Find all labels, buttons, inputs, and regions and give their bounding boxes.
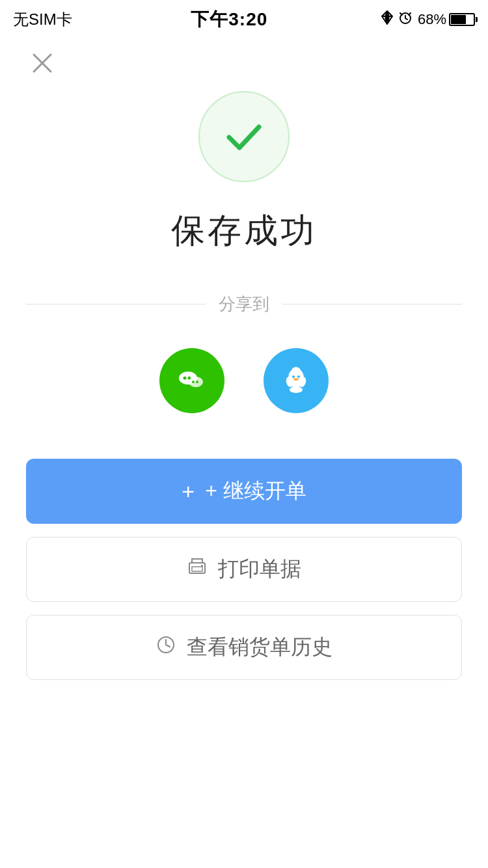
history-button[interactable]: 查看销货单历史: [26, 615, 462, 680]
share-qq-button[interactable]: [264, 348, 329, 413]
main-content: 保存成功 分享到: [0, 39, 488, 680]
svg-point-8: [192, 381, 195, 383]
svg-point-9: [196, 381, 198, 383]
continue-label: + 继续开单: [205, 477, 306, 506]
svg-point-14: [293, 378, 299, 381]
battery-text: 68%: [418, 11, 446, 28]
battery-indicator: 68%: [418, 11, 475, 28]
close-button[interactable]: [26, 47, 59, 79]
svg-rect-19: [192, 567, 202, 571]
svg-point-5: [183, 377, 187, 380]
status-bar: 无SIM卡 下午3:20: [0, 0, 488, 39]
carrier-text: 无SIM卡: [13, 9, 72, 30]
qq-icon: [277, 361, 316, 400]
status-left: 无SIM卡: [13, 9, 77, 30]
action-buttons: + + 继续开单 打印单据 查看销货单历: [0, 459, 488, 680]
svg-rect-20: [201, 565, 203, 567]
print-label: 打印单据: [218, 555, 301, 584]
history-icon: [156, 634, 176, 660]
alarm-icon: [398, 10, 413, 29]
svg-point-17: [291, 367, 301, 375]
divider-line-left: [26, 304, 206, 305]
wechat-icon: [172, 361, 211, 400]
svg-point-11: [290, 387, 303, 393]
share-section: 分享到: [0, 293, 488, 459]
share-icons-row: [26, 348, 462, 413]
svg-point-13: [297, 375, 300, 378]
print-button[interactable]: 打印单据: [26, 537, 462, 602]
print-icon: [187, 556, 208, 582]
success-icon-circle: [198, 91, 290, 182]
status-right: 68%: [381, 10, 475, 29]
time-display: 下午3:20: [191, 7, 267, 32]
svg-point-12: [292, 375, 295, 378]
divider-line-right: [282, 304, 462, 305]
history-label: 查看销货单历史: [187, 633, 332, 662]
share-divider: 分享到: [26, 293, 462, 316]
continue-button[interactable]: + + 继续开单: [26, 459, 462, 524]
share-wechat-button[interactable]: [159, 348, 224, 413]
share-label: 分享到: [219, 293, 269, 316]
location-icon: [381, 10, 393, 29]
success-title: 保存成功: [171, 208, 317, 254]
checkmark-icon: [221, 114, 267, 159]
continue-icon: +: [182, 479, 195, 504]
battery-icon: [449, 13, 475, 26]
